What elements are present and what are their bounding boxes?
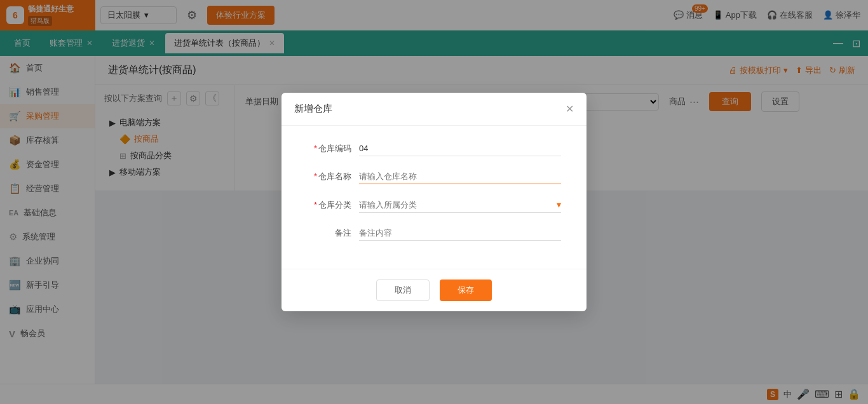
remark-field-row: 备注 (307, 226, 561, 241)
category-select-wrap[interactable]: ▾ (359, 197, 561, 213)
modal-overlay: 新增仓库 ✕ *仓库编码 *仓库名称 *仓库分类 (0, 0, 868, 404)
category-label: *仓库分类 (307, 199, 351, 211)
remark-input[interactable] (359, 226, 561, 241)
save-button[interactable]: 保存 (440, 279, 492, 301)
category-input[interactable] (359, 200, 557, 210)
name-label: *仓库名称 (307, 171, 351, 182)
modal-title: 新增仓库 (294, 103, 332, 115)
category-field-row: *仓库分类 ▾ (307, 197, 561, 213)
new-warehouse-modal: 新增仓库 ✕ *仓库编码 *仓库名称 *仓库分类 (281, 93, 587, 311)
code-input[interactable] (359, 141, 561, 156)
code-label: *仓库编码 (307, 143, 351, 154)
modal-close-button[interactable]: ✕ (566, 104, 574, 114)
name-field-row: *仓库名称 (307, 169, 561, 184)
category-dropdown-icon: ▾ (557, 199, 561, 210)
modal-body: *仓库编码 *仓库名称 *仓库分类 ▾ (281, 126, 587, 269)
code-field-row: *仓库编码 (307, 141, 561, 156)
modal-header: 新增仓库 ✕ (281, 93, 587, 126)
remark-label: 备注 (307, 227, 351, 239)
name-input[interactable] (359, 169, 561, 184)
cancel-button[interactable]: 取消 (376, 279, 430, 301)
modal-footer: 取消 保存 (281, 269, 587, 311)
